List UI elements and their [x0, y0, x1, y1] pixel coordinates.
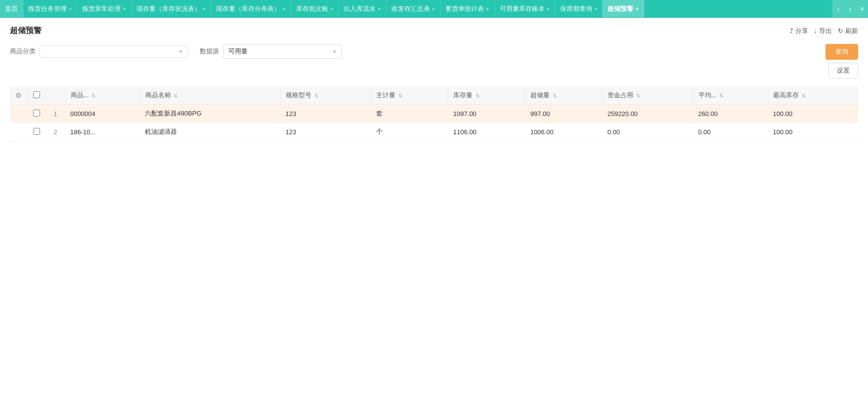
nav-item-available[interactable]: 可用量库存账本 ×: [495, 0, 555, 17]
sort-icon-max-stock: ⇅: [802, 93, 806, 98]
category-filter: 商品分类 ▾: [10, 45, 188, 58]
share-icon: ⤴: [790, 27, 793, 35]
query-button[interactable]: 查询: [825, 44, 858, 60]
refresh-button[interactable]: ↻ 刷新: [838, 27, 858, 36]
row-check-cell: [28, 123, 45, 141]
nav-item-home[interactable]: 首页: [0, 0, 23, 17]
nav-next-button[interactable]: ›: [844, 0, 856, 18]
datasource-label: 数据源: [200, 47, 219, 56]
row-avg: 0.00: [693, 123, 768, 141]
page-title: 超储预警: [10, 26, 42, 36]
nav-item-order-stats[interactable]: 要货单统计表 ×: [440, 0, 494, 17]
col-header-avg[interactable]: 平均... ⇅: [693, 86, 768, 105]
row-product-name: 六配套新昌490BPG: [140, 105, 280, 123]
row-spec: 123: [280, 123, 371, 141]
row-stock: 1097.00: [448, 105, 525, 123]
row-product-name: 机油滤清器: [140, 123, 280, 141]
row-checkbox-0[interactable]: [33, 110, 40, 117]
nav-close-all-button[interactable]: ×: [856, 0, 868, 18]
row-gear-cell: [10, 123, 28, 141]
row-index: 1: [45, 105, 65, 123]
col-header-stock[interactable]: 库存量 ⇅: [448, 86, 525, 105]
col-header-overstock[interactable]: 超储量 ⇅: [525, 86, 603, 105]
sort-icon-unit: ⇅: [398, 93, 402, 98]
col-header-product-name[interactable]: 商品名称 ⇅: [140, 86, 280, 105]
datasource-chevron-icon: ▾: [333, 48, 336, 55]
table-header-row: ⚙ 商品... ⇅ 商品名称 ⇅ 规格型号 ⇅: [10, 86, 858, 105]
nav-close-stock-status[interactable]: ×: [203, 6, 206, 12]
nav-close-overstock[interactable]: ×: [635, 6, 638, 12]
refresh-icon: ↻: [838, 27, 843, 35]
row-max-stock: 100.00: [768, 123, 858, 141]
category-select[interactable]: ▾: [40, 45, 188, 58]
nav-close-inout[interactable]: ×: [378, 6, 381, 12]
row-overstock: 1006.00: [525, 123, 603, 141]
table-row: 1 0000004 六配套新昌490BPG 123 套 1097.00 997.…: [10, 105, 858, 123]
row-overstock: 997.00: [525, 105, 603, 123]
row-capital: 259220.00: [603, 105, 693, 123]
row-spec: 123: [280, 105, 371, 123]
row-avg: 260.00: [693, 105, 768, 123]
gear-icon[interactable]: ⚙: [15, 91, 22, 99]
col-header-spec[interactable]: 规格型号 ⇅: [280, 86, 371, 105]
row-product-code: 0000004: [65, 105, 140, 123]
sort-icon-capital: ⇅: [636, 93, 640, 98]
col-header-product-code[interactable]: 商品... ⇅: [65, 86, 140, 105]
sort-icon-stock: ⇅: [476, 93, 479, 98]
nav-item-task[interactable]: 拣货任务管理 ×: [23, 0, 77, 17]
select-all-checkbox[interactable]: [33, 91, 40, 98]
nav-item-summary[interactable]: 收发存汇总表 ×: [387, 0, 440, 17]
nav-item-expiry[interactable]: 保质期查询 ×: [555, 0, 603, 17]
nav-item-stock-dist[interactable]: 现存量（库存分布表） ×: [211, 0, 291, 17]
nav-item-inout[interactable]: 出入库流水 ×: [339, 0, 386, 17]
nav-close-stock-dist[interactable]: ×: [282, 6, 285, 12]
nav-close-expiry[interactable]: ×: [594, 6, 597, 12]
row-gear-cell: [10, 105, 28, 123]
header-actions: ⤴ 分享 ↓ 导出 ↻ 刷新: [790, 27, 859, 36]
share-button[interactable]: ⤴ 分享: [790, 27, 808, 36]
row-product-code: 186-10...: [65, 123, 140, 141]
page-content: 超储预警 ⤴ 分享 ↓ 导出 ↻ 刷新 商品分类 ▾: [0, 18, 868, 395]
nav-close-exception[interactable]: ×: [123, 6, 126, 12]
row-max-stock: 100.00: [768, 105, 858, 123]
data-table: ⚙ 商品... ⇅ 商品名称 ⇅ 规格型号 ⇅: [10, 86, 858, 141]
datasource-value: 可用量: [228, 47, 248, 56]
row-capital: 0.00: [603, 123, 693, 141]
col-header-capital[interactable]: 资金占用 ⇅: [603, 86, 693, 105]
sort-icon-avg: ⇅: [719, 93, 723, 98]
export-icon: ↓: [814, 27, 818, 35]
row-unit: 个: [371, 123, 448, 141]
sort-icon-product-code: ⇅: [91, 93, 95, 98]
page-header: 超储预警 ⤴ 分享 ↓ 导出 ↻ 刷新: [10, 26, 858, 36]
nav-item-stock-status[interactable]: 现存量（库存状况表） ×: [131, 0, 211, 17]
nav-prev-button[interactable]: ‹: [832, 0, 844, 18]
sort-icon-product-name: ⇅: [174, 93, 177, 98]
nav-item-exception[interactable]: 拣货异常处理 ×: [77, 0, 131, 17]
export-button[interactable]: ↓ 导出: [814, 27, 832, 36]
col-header-max-stock[interactable]: 最高库存 ⇅: [768, 86, 858, 105]
col-header-index: [45, 86, 65, 105]
nav-arrows: ‹ › ×: [832, 0, 868, 18]
top-nav: 首页 拣货任务管理 × 拣货异常处理 × 现存量（库存状况表） × 现存量（库存…: [0, 0, 868, 18]
datasource-filter: 数据源 可用量 ▾: [200, 44, 342, 59]
table-row: 2 186-10... 机油滤清器 123 个 1106.00 1006.00 …: [10, 123, 858, 141]
sort-icon-overstock: ⇅: [553, 93, 557, 98]
row-index: 2: [45, 123, 65, 141]
row-check-cell: [28, 105, 45, 123]
settings-button[interactable]: 设置: [828, 63, 858, 79]
nav-item-overstock[interactable]: 超储预警 ×: [603, 0, 644, 17]
nav-close-task[interactable]: ×: [69, 6, 72, 12]
col-header-unit[interactable]: 主计量 ⇅: [371, 86, 448, 105]
category-chevron-icon: ▾: [179, 48, 182, 55]
nav-item-batch[interactable]: 库存批次账 ×: [291, 0, 339, 17]
row-stock: 1106.00: [448, 123, 525, 141]
nav-close-order-stats[interactable]: ×: [486, 6, 489, 12]
nav-close-summary[interactable]: ×: [432, 6, 435, 12]
datasource-select[interactable]: 可用量 ▾: [223, 44, 342, 59]
sort-icon-spec: ⇅: [314, 93, 318, 98]
nav-close-batch[interactable]: ×: [330, 6, 333, 12]
row-unit: 套: [371, 105, 448, 123]
nav-close-available[interactable]: ×: [547, 6, 550, 12]
row-checkbox-1[interactable]: [33, 128, 40, 135]
col-header-gear: ⚙: [10, 86, 28, 105]
